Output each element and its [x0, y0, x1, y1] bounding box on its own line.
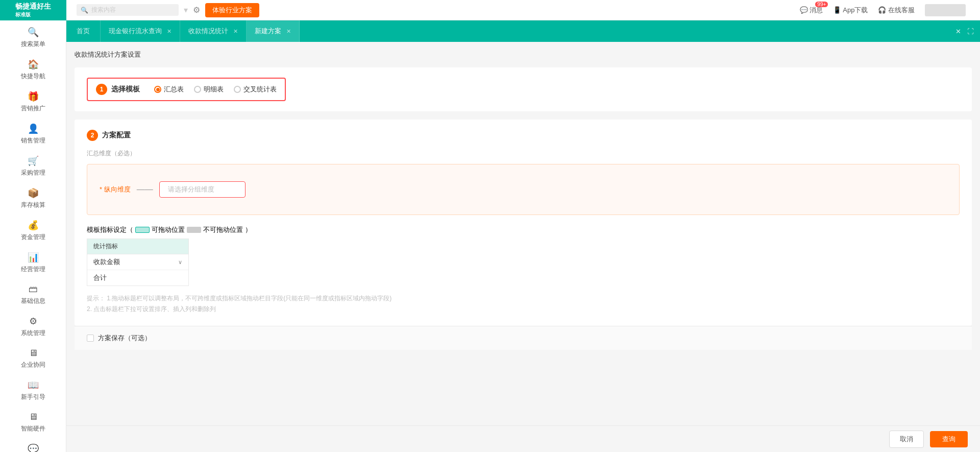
amount-chevron[interactable]: ∨: [178, 259, 182, 266]
vertical-dim-label: * 纵向维度: [100, 185, 131, 194]
sidebar-item-label: 新手引导: [21, 393, 45, 401]
service-label: 在线客服: [888, 6, 915, 14]
radio-cross[interactable]: 交叉统计表: [234, 85, 277, 94]
legend-nondraggable: 不可拖动位置: [187, 225, 243, 234]
logo-text: 畅捷通好生: [15, 2, 51, 11]
sidebar-item-guide[interactable]: 📖 新手引导: [0, 373, 66, 406]
sidebar-item-marketing[interactable]: 🎁 营销推广: [0, 85, 66, 117]
save-checkbox[interactable]: [87, 335, 94, 342]
bottom-bar: 取消 查询: [66, 425, 980, 452]
step1-circle: 1: [96, 84, 107, 95]
sidebar-item-label: 采购管理: [21, 169, 45, 177]
tab-close-all[interactable]: ✕: [955, 28, 961, 35]
service-icon: 🎧: [878, 6, 886, 14]
purchase-icon: 🛒: [28, 155, 39, 166]
sidebar-item-basic[interactable]: 🗃 基础信息: [0, 278, 66, 310]
basic-icon: 🗃: [29, 284, 38, 295]
amount-label: 收款金额: [93, 257, 120, 267]
operation-icon: 📊: [28, 252, 39, 263]
guide-icon: 📖: [28, 379, 39, 391]
sidebar-item-inventory[interactable]: 📦 库存核算: [0, 181, 66, 213]
query-button[interactable]: 查询: [930, 431, 968, 447]
tab-home[interactable]: 首页: [66, 20, 101, 42]
tab-new-plan-label: 新建方案: [255, 27, 281, 36]
cancel-button[interactable]: 取消: [889, 431, 924, 448]
sidebar-item-label: 智能硬件: [21, 424, 45, 433]
sidebar-item-label: 搜索菜单: [21, 40, 45, 49]
tab-cashflow-close[interactable]: ✕: [167, 28, 172, 35]
tab-maximize[interactable]: ⛶: [967, 28, 974, 35]
legend-draggable-label: 可拖动位置: [152, 225, 185, 234]
app-logo: 畅捷通好生 标准版: [0, 0, 66, 20]
dropdown-icon[interactable]: ▾: [184, 5, 188, 15]
indicator-sum: 合计: [87, 270, 188, 286]
sidebar-item-purchase[interactable]: 🛒 采购管理: [0, 149, 66, 181]
sidebar-item-corp[interactable]: 🖥 企业协同: [0, 342, 66, 373]
tab-new-plan[interactable]: 新建方案 ✕: [247, 20, 300, 42]
page-content: 收款情况统计方案设置 1 选择模板: [66, 42, 980, 425]
dim-select[interactable]: 请选择分组维度: [159, 181, 246, 198]
download-label: App下载: [843, 6, 868, 14]
tabbar-actions: ✕ ⛶: [949, 28, 980, 35]
indicator-area: 统计指标 收款金额 ∨ 合计: [87, 239, 189, 286]
tab-receivable[interactable]: 收款情况统计 ✕: [180, 20, 247, 42]
template-selection: 1 选择模板 汇总表: [87, 78, 286, 101]
sidebar-item-operation[interactable]: 📊 经营管理: [0, 246, 66, 278]
sidebar-item-label: 系统管理: [21, 329, 45, 338]
dim-arrow: ——: [137, 185, 153, 194]
content-area: 首页 现金银行流水查询 ✕ 收款情况统计 ✕ 新建方案 ✕ ✕ ⛶: [66, 20, 980, 452]
sidebar-item-label: 快捷导航: [21, 72, 45, 81]
dim-placeholder: 请选择分组维度: [168, 185, 214, 193]
tip-2: 2. 点击标题栏下拉可设置排序、插入列和删除列: [87, 305, 960, 314]
sidebar-item-system[interactable]: ⚙ 系统管理: [0, 310, 66, 342]
tab-receivable-close[interactable]: ✕: [233, 28, 238, 35]
message-count: 99+: [815, 2, 828, 7]
sidebar-item-finance[interactable]: 💰 资金管理: [0, 213, 66, 246]
corp-icon: 🖥: [29, 348, 38, 359]
sidebar-item-label: 销售管理: [21, 136, 45, 145]
sidebar-item-label: 企业协同: [21, 361, 45, 369]
radio-cross-dot: [234, 86, 241, 93]
sidebar-item-hardware[interactable]: 🖥 智能硬件: [0, 406, 66, 437]
sidebar-item-nav[interactable]: 🏠 快捷导航: [0, 53, 66, 85]
sidebar-item-sales[interactable]: 👤 销售管理: [0, 117, 66, 149]
step2-number: 2: [91, 132, 94, 139]
radio-summary-label: 汇总表: [164, 85, 184, 94]
download-area[interactable]: 📱 App下载: [833, 6, 868, 15]
radio-summary[interactable]: 汇总表: [154, 85, 184, 94]
vertical-dimension-row: * 纵向维度 —— 请选择分组维度: [100, 181, 246, 198]
industry-btn[interactable]: 体验行业方案: [205, 3, 259, 17]
system-icon: ⚙: [29, 316, 37, 327]
search-area[interactable]: 🔍 搜索内容: [77, 4, 179, 16]
radio-detail[interactable]: 明细表: [194, 85, 224, 94]
tip-1: 提示： 1.拖动标题栏可以调整布局，不可跨维度或指标区域拖动栏目字段(只能在同一…: [87, 294, 960, 303]
logo-sub: 标准版: [15, 11, 51, 18]
service-area[interactable]: 🎧 在线客服: [878, 6, 915, 15]
step2-label-row: 2 方案配置: [87, 130, 960, 141]
sidebar-item-wechat[interactable]: 💬 企业微信: [0, 437, 66, 452]
tab-cashflow[interactable]: 现金银行流水查询 ✕: [101, 20, 180, 42]
indicator-title: 模板指标设定（: [87, 225, 133, 234]
step1-card: 1 选择模板 汇总表: [75, 67, 972, 111]
sidebar-item-label: 库存核算: [21, 201, 45, 209]
message-area[interactable]: 💬 消息 99+: [800, 6, 823, 15]
sidebar-item-label: 营销推广: [21, 104, 45, 113]
finance-icon: 💰: [28, 220, 39, 231]
message-label: 消息: [810, 6, 823, 14]
user-area[interactable]: [925, 4, 966, 16]
search-icon: 🔍: [81, 7, 88, 14]
indicator-settings: 模板指标设定（ 可拖动位置 不可拖动位置 ）: [87, 225, 960, 286]
radio-detail-dot: [194, 86, 201, 93]
marketing-icon: 🎁: [28, 91, 39, 102]
settings-icon[interactable]: ⚙: [193, 5, 200, 15]
indicator-header: 统计指标: [87, 239, 188, 254]
sales-icon: 👤: [28, 123, 39, 134]
step2-circle: 2: [87, 130, 98, 141]
page-title: 收款情况统计方案设置: [75, 50, 972, 59]
tabbar: 首页 现金银行流水查询 ✕ 收款情况统计 ✕ 新建方案 ✕ ✕ ⛶: [66, 20, 980, 42]
legend-draggable: 可拖动位置: [135, 225, 185, 234]
indicator-row-amount[interactable]: 收款金额 ∨: [87, 254, 188, 270]
tab-new-plan-close[interactable]: ✕: [286, 28, 291, 35]
step2-label: 方案配置: [102, 131, 131, 140]
sidebar-item-search[interactable]: 🔍 搜索菜单: [0, 20, 66, 53]
